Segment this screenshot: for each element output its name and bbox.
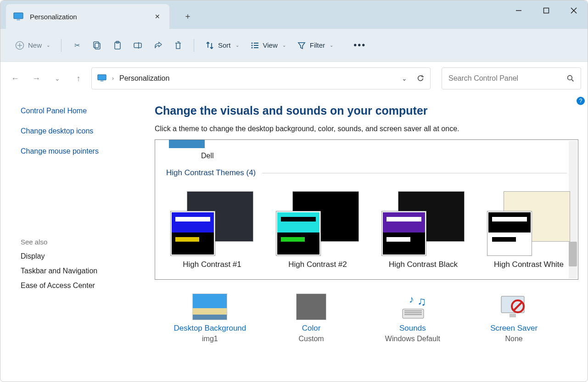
svg-rect-0 (14, 13, 23, 19)
titlebar: Personalization ✕ ＋ (0, 0, 588, 29)
delete-button[interactable] (169, 37, 187, 54)
ellipsis-icon: ••• (353, 40, 366, 50)
theme-name: High Contrast White (487, 260, 570, 269)
view-icon (250, 41, 259, 50)
rename-icon (133, 41, 142, 50)
back-button[interactable]: ← (7, 70, 23, 87)
setting-color[interactable]: Color Custom (265, 293, 357, 343)
section-rule (262, 173, 567, 173)
theme-thumb (276, 191, 359, 255)
forward-button[interactable]: → (28, 70, 45, 87)
sort-label: Sort (218, 41, 231, 49)
theme-front (382, 211, 426, 255)
theme-dell-thumb[interactable] (169, 140, 205, 148)
theme-item-3[interactable]: High Contrast White (487, 191, 570, 269)
theme-front (171, 211, 215, 255)
copy-button[interactable] (88, 37, 106, 54)
svg-point-17 (251, 47, 252, 48)
theme-thumb (487, 191, 570, 255)
color-thumb (296, 293, 326, 320)
svg-rect-3 (544, 8, 549, 13)
cut-button[interactable]: ✂ (68, 37, 86, 54)
more-button[interactable]: ••• (349, 36, 370, 54)
sort-button[interactable]: Sort ⌄ (201, 37, 244, 54)
refresh-button[interactable] (416, 74, 425, 83)
filter-icon (297, 41, 306, 50)
address-bar[interactable]: › Personalization ⌄ (91, 67, 431, 89)
sidebar-link-control-panel-home[interactable]: Control Panel Home (21, 107, 132, 115)
nav-row: ← → ⌄ ↑ › Personalization ⌄ (0, 62, 588, 95)
chevron-down-icon: ⌄ (330, 43, 333, 48)
page-subtext: Click a theme to change the desktop back… (155, 125, 578, 133)
section-heading-text: High Contrast Themes (4) (166, 168, 256, 177)
setting-link: Color (265, 324, 357, 333)
up-button[interactable]: ↑ (70, 70, 87, 87)
view-button[interactable]: View ⌄ (246, 37, 291, 54)
search-input[interactable] (448, 74, 567, 83)
setting-value: Windows Default (367, 335, 459, 343)
svg-rect-9 (95, 43, 100, 49)
setting-sounds[interactable]: ♪♫ Sounds Windows Default (367, 293, 459, 343)
svg-rect-27 (403, 309, 424, 318)
svg-text:♫: ♫ (417, 294, 426, 308)
svg-point-15 (251, 42, 252, 44)
help-button[interactable]: ? (577, 97, 585, 105)
theme-dell-label: Dell (201, 152, 567, 160)
tab-personalization[interactable]: Personalization ✕ (6, 4, 169, 29)
setting-link: Screen Saver (468, 324, 560, 333)
search-box[interactable] (442, 67, 581, 89)
maximize-button[interactable] (532, 0, 560, 21)
new-label: New (28, 41, 42, 49)
themes-list: Dell High Contrast Themes (4) High Contr… (155, 139, 578, 280)
see-also-taskbar[interactable]: Taskbar and Navigation (21, 267, 132, 275)
separator (194, 39, 194, 52)
svg-rect-21 (98, 75, 106, 80)
high-contrast-section-heading: High Contrast Themes (4) (166, 168, 567, 177)
new-button[interactable]: New ⌄ (11, 37, 55, 54)
see-also-ease-of-access[interactable]: Ease of Access Center (21, 282, 132, 290)
screen-saver-thumb (497, 293, 532, 320)
share-icon (153, 41, 162, 50)
copy-icon (93, 41, 102, 50)
svg-line-24 (571, 79, 573, 81)
see-also-display[interactable]: Display (21, 252, 132, 260)
main-panel: ? Change the visuals and sounds on your … (147, 95, 588, 382)
breadcrumb-separator-icon: › (112, 75, 114, 82)
new-tab-button[interactable]: ＋ (179, 7, 197, 25)
setting-screen-saver[interactable]: Screen Saver None (468, 293, 560, 343)
theme-item-0[interactable]: High Contrast #1 (171, 191, 253, 269)
view-label: View (263, 41, 278, 49)
page-heading: Change the visuals and sounds on your co… (155, 104, 578, 117)
svg-rect-13 (134, 43, 141, 48)
filter-button[interactable]: Filter ⌄ (292, 37, 338, 54)
svg-point-16 (251, 44, 252, 46)
tab-title: Personalization (30, 13, 153, 21)
svg-rect-1 (17, 19, 20, 21)
setting-desktop-background[interactable]: Desktop Background img1 (164, 293, 256, 343)
monitor-icon (13, 12, 23, 21)
svg-point-23 (568, 76, 572, 80)
theme-name: High Contrast #2 (276, 260, 359, 269)
sounds-thumb: ♪♫ (395, 293, 430, 320)
sidebar-link-change-mouse-pointers[interactable]: Change mouse pointers (21, 147, 132, 155)
share-button[interactable] (149, 37, 167, 54)
theme-name: High Contrast Black (382, 260, 465, 269)
theme-front (276, 211, 320, 255)
recent-dropdown[interactable]: ⌄ (49, 70, 66, 87)
theme-item-2[interactable]: High Contrast Black (382, 191, 465, 269)
scissors-icon: ✂ (73, 41, 82, 50)
paste-button[interactable] (108, 37, 127, 54)
minimize-button[interactable] (505, 0, 532, 21)
theme-thumb (171, 191, 253, 255)
theme-item-1[interactable]: High Contrast #2 (276, 191, 359, 269)
sort-icon (205, 41, 214, 50)
plus-circle-icon (15, 41, 24, 50)
close-window-button[interactable] (560, 0, 588, 21)
tab-close-icon[interactable]: ✕ (153, 13, 162, 20)
search-icon (567, 75, 574, 82)
setting-value: img1 (164, 335, 256, 343)
rename-button[interactable] (129, 37, 147, 54)
theme-name: High Contrast #1 (171, 260, 253, 269)
sidebar-link-change-desktop-icons[interactable]: Change desktop icons (21, 127, 132, 135)
address-dropdown-icon[interactable]: ⌄ (402, 75, 407, 82)
